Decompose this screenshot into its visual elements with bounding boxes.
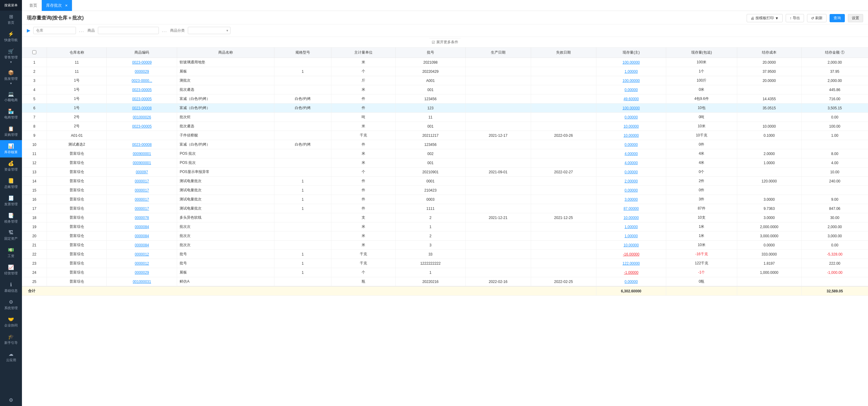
tab-inventory-batch[interactable]: 库存批次 ✕ (42, 0, 72, 11)
table-row: 19 普富综仓 0000084 批次次 米 1 1.00000 1米 2,000… (22, 222, 868, 232)
row-spec (274, 277, 331, 286)
row-batch: 20210901 (396, 168, 465, 177)
row-expire-date (531, 195, 596, 204)
sidebar-item-retail[interactable]: 🛒 零售管理 ▼ (0, 45, 22, 67)
sidebar-item-ecom[interactable]: 🏪 电商管理 (0, 105, 22, 123)
row-unit: 米 (331, 158, 396, 168)
table-row: 22 普富综仓 0000012 批号 1 千克 33 -16.00000 -16… (22, 250, 868, 259)
sidebar-item-invoice[interactable]: 🧾 发票管理 (0, 192, 22, 209)
col-batch: 批号 (396, 47, 465, 58)
sidebar-item-guide[interactable]: 🎓 新手引导 (0, 331, 22, 348)
col-cost: 结存成本 (737, 47, 801, 58)
row-name: 多头异色软线 (177, 213, 274, 222)
table-row: 24 普富综仓 0000029 展板 1 个 1 -1.00000 -1个 1,… (22, 268, 868, 277)
row-expire-date (531, 76, 596, 85)
tab-close-icon[interactable]: ✕ (65, 4, 68, 7)
row-code: 0000084 (107, 241, 177, 250)
row-qty-pack: 3件 (666, 195, 737, 204)
row-cost (737, 140, 801, 149)
sidebar-item-home[interactable]: ⊞ 首页 (0, 11, 22, 28)
row-batch: 33 (396, 250, 465, 259)
sidebar-logo[interactable]: 搜索菜单 (0, 0, 22, 11)
row-qty-pack: 1个 (666, 67, 737, 76)
footer-cost (737, 286, 801, 296)
row-amount: 3,505.15 (801, 104, 868, 113)
row-qty-main: 10.00000 (596, 122, 666, 131)
export-button[interactable]: ↑ 导出 (786, 14, 804, 22)
chevron-down-icon: ▼ (775, 16, 779, 21)
sidebar-item-finance[interactable]: 💰 资金管理 (0, 158, 22, 175)
sidebar-item-payroll[interactable]: 💵 工资 (0, 244, 22, 261)
col-warehouse: 仓库名称 (47, 47, 107, 58)
row-qty-main: 10.00000 (596, 241, 666, 250)
sidebar-item-ledger[interactable]: 📒 总账管理 (0, 175, 22, 192)
row-name: 鲜仿A (177, 277, 274, 286)
row-prod-date (465, 177, 531, 186)
sidebar-item-label: 资金管理 (4, 167, 18, 172)
tab-home[interactable]: 首页 (25, 0, 42, 11)
row-unit: 瓶 (331, 277, 396, 286)
row-unit: 个 (331, 268, 396, 277)
sidebar-item-collab[interactable]: 🤝 企业协同 (0, 313, 22, 331)
chevron-down-icon: ▼ (10, 61, 12, 64)
row-prod-date (465, 122, 531, 131)
filter-expand-arrow[interactable]: ▶ (27, 28, 30, 33)
cloud-icon: ☁ (8, 351, 13, 357)
settings-button[interactable]: 设置 (848, 14, 863, 22)
row-amount (801, 140, 868, 149)
row-expire-date: 2022-02-25 (531, 277, 596, 286)
row-spec: 1 (274, 186, 331, 195)
row-warehouse: 普富综仓 (47, 158, 107, 168)
retail-icon: 🛒 (8, 48, 14, 54)
row-unit: 米 (331, 85, 396, 94)
goods-filter[interactable] (98, 27, 159, 34)
sidebar-item-nav[interactable]: ⚡ 快捷导航 (0, 28, 22, 45)
row-unit: 千克 (331, 259, 396, 268)
row-unit: 个 (331, 168, 396, 177)
sidebar-item-tax[interactable]: 📑 税务管理 (0, 209, 22, 227)
sidebar-item-purchase[interactable]: 📋 采购管理 (0, 123, 22, 140)
collab-icon: 🤝 (8, 316, 14, 322)
print-button[interactable]: 🖨 按模板打印 ▼ (747, 14, 783, 22)
col-name: 商品名称 (177, 47, 274, 58)
row-no: 17 (22, 204, 47, 213)
row-no: 18 (22, 213, 47, 222)
select-all-checkbox[interactable] (32, 50, 36, 54)
row-spec (274, 241, 331, 250)
row-cost (737, 186, 801, 195)
row-prod-date (465, 268, 531, 277)
expand-condition-button[interactable]: ☑ 展开更多条件 (429, 38, 461, 46)
warehouse-filter[interactable] (33, 27, 76, 34)
sidebar-item-wholesale[interactable]: 📦 批发管理 ▼ (0, 67, 22, 88)
category-filter[interactable] (188, 27, 230, 34)
sidebar-item-management[interactable]: 📈 经营管理 (0, 261, 22, 279)
sidebar-item-inventory[interactable]: 📊 库存核算 (0, 140, 22, 158)
home-icon: ⊞ (9, 14, 13, 20)
sidebar-item-micro-ecom[interactable]: 💻 小额电商 (0, 88, 22, 105)
query-button[interactable]: 查询 (830, 14, 845, 22)
row-no: 7 (22, 113, 47, 122)
table-row: 16 普富综仓 0000017 测试电量批次 1 件 0003 3.00000 … (22, 195, 868, 204)
row-prod-date (465, 158, 531, 168)
table-row: 2 11 0000029 展板 1 个 20220429 1.00000 1个 … (22, 67, 868, 76)
row-name: 批次次 (177, 241, 274, 250)
row-warehouse: 11 (47, 58, 107, 67)
row-code: 0023-00008 (107, 140, 177, 149)
refresh-button[interactable]: ↺ 刷新 (807, 14, 827, 22)
row-amount: 2,000.00 (801, 76, 868, 85)
sidebar-item-system[interactable]: ⚙ 系统管理 (0, 296, 22, 313)
sidebar-item-assets[interactable]: 🏗 固定资产 (0, 227, 22, 244)
col-checkbox[interactable] (22, 47, 47, 58)
sidebar-settings-button[interactable]: ⚙ (0, 394, 22, 406)
sidebar: 搜索菜单 ⊞ 首页 ⚡ 快捷导航 🛒 零售管理 ▼ 📦 批发管理 ▼ 💻 小额电… (0, 0, 22, 406)
sidebar-item-basic-info[interactable]: ℹ 基础信息 (0, 279, 22, 296)
row-qty-pack: 0件 (666, 186, 737, 195)
row-prod-date (465, 76, 531, 85)
row-no: 6 (22, 104, 47, 113)
sidebar-item-cloud[interactable]: ☁ 云应用 (0, 348, 22, 366)
row-warehouse: 1号 (47, 85, 107, 94)
tab-bar: 首页 库存批次 ✕ (22, 0, 868, 11)
row-prod-date: 2021-12-21 (465, 213, 531, 222)
finance-icon: 💰 (8, 161, 14, 166)
row-spec (274, 113, 331, 122)
